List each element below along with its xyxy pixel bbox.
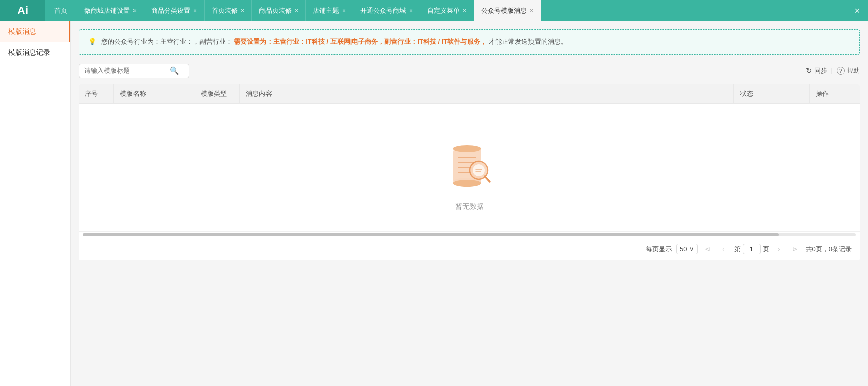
sync-icon: ↻ [806, 66, 812, 75]
total-info: 共0页，0条记录 [806, 245, 852, 254]
top-nav: Ai 首页 微商城店铺设置 × 商品分类设置 × 首页装修 × 商品页装修 × … [0, 0, 868, 21]
next-page-button[interactable]: › [773, 243, 785, 255]
prev-page-button[interactable]: ‹ [718, 243, 730, 255]
page-size-label: 每页显示 [646, 245, 672, 254]
search-icon[interactable]: 🔍 [170, 66, 179, 75]
nav-tab-close-7[interactable]: × [463, 7, 466, 14]
nav-tab-close-4[interactable]: × [295, 7, 298, 14]
nav-tab-custom-menu[interactable]: 自定义菜单 × [420, 0, 474, 21]
nav-tab-shop-settings[interactable]: 微商城店铺设置 × [77, 0, 144, 21]
svg-point-9 [473, 164, 485, 176]
page-input-group: 第 页 [734, 244, 769, 254]
main-layout: 模版消息 模版消息记录 💡 您的公众号行业为：主营行业：，副营行业： 需要设置为… [0, 21, 868, 386]
nav-tabs: 首页 微商城店铺设置 × 商品分类设置 × 首页装修 × 商品页装修 × 店铺主… [45, 0, 846, 21]
nav-tab-close-5[interactable]: × [342, 7, 346, 14]
svg-point-2 [453, 145, 481, 152]
sidebar-item-template-msg-record[interactable]: 模版消息记录 [0, 42, 70, 63]
col-header-content: 消息内容 [240, 84, 734, 103]
page-number-input[interactable] [743, 244, 761, 254]
close-all-button[interactable]: × [846, 0, 868, 21]
nav-tab-close-1[interactable]: × [133, 7, 137, 14]
col-header-status: 状态 [734, 84, 810, 103]
first-page-button[interactable]: ⊲ [702, 243, 714, 255]
nav-tab-open-mall[interactable]: 开通公众号商城 × [353, 0, 420, 21]
page-size-select[interactable]: 50 ∨ [676, 244, 697, 254]
sync-button[interactable]: ↻ 同步 [806, 66, 827, 75]
scrollbar-thumb[interactable] [83, 233, 779, 236]
sidebar-item-template-msg[interactable]: 模版消息 [0, 21, 70, 42]
logo: Ai [0, 0, 45, 21]
scrollbar-track [83, 233, 856, 236]
empty-text: 暂无数据 [455, 202, 484, 211]
data-table: 序号 模版名称 模版类型 消息内容 状态 操作 [79, 84, 860, 260]
nav-tab-product-decor[interactable]: 商品页装修 × [252, 0, 306, 21]
notice-box: 💡 您的公众号行业为：主营行业：，副营行业： 需要设置为：主营行业：IT科技 /… [79, 29, 860, 55]
help-button[interactable]: ? 帮助 [837, 66, 860, 75]
col-header-action: 操作 [810, 84, 860, 103]
nav-tab-close-6[interactable]: × [409, 7, 413, 14]
horizontal-scrollbar[interactable] [79, 231, 860, 238]
nav-tab-close-3[interactable]: × [241, 7, 244, 14]
sidebar: 模版消息 模版消息记录 [0, 21, 71, 386]
nav-tab-theme[interactable]: 店铺主题 × [306, 0, 353, 21]
help-icon: ? [837, 67, 845, 75]
col-header-type: 模版类型 [194, 84, 240, 103]
search-input-wrap: 🔍 [79, 64, 189, 78]
search-actions: ↻ 同步 | ? 帮助 [806, 66, 860, 75]
nav-tab-template-msg[interactable]: 公众号模版消息 × [474, 0, 541, 21]
nav-tab-category[interactable]: 商品分类设置 × [144, 0, 205, 21]
search-input[interactable] [84, 67, 170, 74]
empty-state: 暂无数据 [79, 104, 860, 231]
nav-tab-homepage-decor[interactable]: 首页装修 × [205, 0, 252, 21]
content-area: 💡 您的公众号行业为：主营行业：，副营行业： 需要设置为：主营行业：IT科技 /… [71, 21, 868, 386]
svg-line-10 [485, 176, 490, 182]
dropdown-arrow-icon: ∨ [689, 245, 694, 253]
pagination: 每页显示 50 ∨ ⊲ ‹ 第 页 › ⊳ 共0页，0条记录 [79, 238, 860, 260]
search-bar: 🔍 ↻ 同步 | ? 帮助 [79, 64, 860, 78]
col-header-seq: 序号 [79, 84, 114, 103]
nav-tab-close-2[interactable]: × [193, 7, 197, 14]
action-divider: | [831, 67, 833, 74]
col-header-name: 模版名称 [114, 84, 194, 103]
svg-point-3 [453, 180, 481, 187]
empty-illustration [439, 134, 500, 194]
table-header: 序号 模版名称 模版类型 消息内容 状态 操作 [79, 84, 860, 104]
nav-tab-home[interactable]: 首页 [45, 0, 77, 21]
notice-icon: 💡 [88, 38, 96, 45]
last-page-button[interactable]: ⊳ [789, 243, 802, 255]
nav-tab-close-8[interactable]: × [530, 7, 533, 14]
